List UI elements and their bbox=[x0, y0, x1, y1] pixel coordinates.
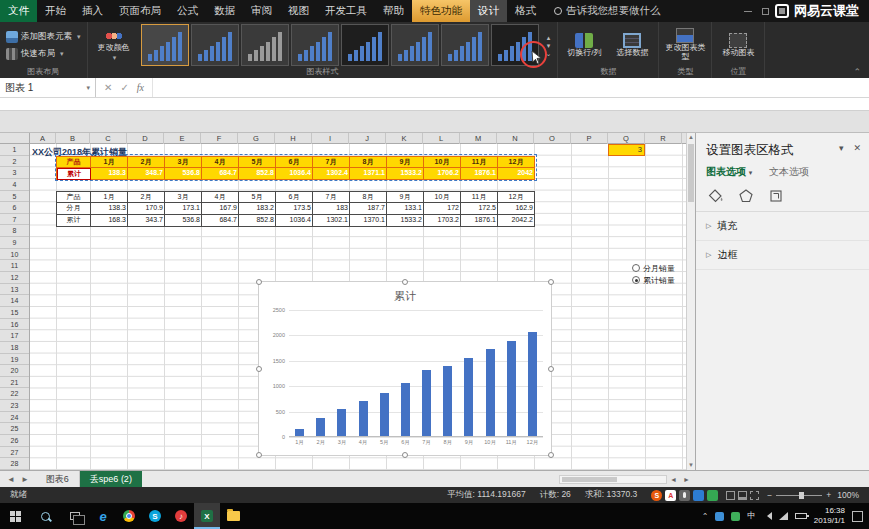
row-header-22[interactable]: 22 bbox=[0, 388, 29, 400]
row-header-15[interactable]: 15 bbox=[0, 307, 29, 319]
row-header-23[interactable]: 23 bbox=[0, 400, 29, 412]
table1-month-12[interactable]: 12月 bbox=[498, 157, 535, 169]
sheet-tab-1[interactable]: 图表6 bbox=[36, 471, 80, 487]
tab-review[interactable]: 审阅 bbox=[243, 0, 280, 22]
tab-help[interactable]: 帮助 bbox=[375, 0, 412, 22]
row-header-3[interactable]: 3 bbox=[0, 167, 29, 179]
table1-month-3[interactable]: 3月 bbox=[165, 157, 202, 169]
column-header-E[interactable]: E bbox=[164, 133, 201, 144]
worksheet[interactable]: ABCDEFGHIJKLMNOPQR 123456789101112131415… bbox=[0, 133, 695, 470]
tab-formulas[interactable]: 公式 bbox=[169, 0, 206, 22]
selection-handle[interactable] bbox=[402, 452, 408, 458]
table1-value-2[interactable]: 348.7 bbox=[128, 168, 165, 180]
enter-icon[interactable]: ✓ bbox=[120, 82, 128, 93]
microphone-icon[interactable] bbox=[679, 490, 690, 501]
tab-page-layout[interactable]: 页面布局 bbox=[111, 0, 169, 22]
screen-icon[interactable] bbox=[693, 490, 704, 501]
column-header-H[interactable]: H bbox=[275, 133, 312, 144]
tray-app-icon[interactable] bbox=[715, 512, 724, 521]
table2-month-8[interactable]: 8月 bbox=[350, 192, 387, 204]
add-chart-element-button[interactable]: 添加图表元素 ▾ bbox=[3, 30, 84, 44]
table2-month-11[interactable]: 11月 bbox=[461, 192, 498, 204]
row-header-18[interactable]: 18 bbox=[0, 342, 29, 354]
switch-row-column-button[interactable]: 切换行/列 bbox=[561, 31, 607, 60]
table2-r1-value-9[interactable]: 133.1 bbox=[387, 203, 424, 215]
change-colors-button[interactable]: 更改颜色 ▾ bbox=[91, 26, 137, 63]
table2-r2-value-3[interactable]: 536.8 bbox=[165, 215, 202, 227]
table2-r2-value-1[interactable]: 168.3 bbox=[91, 215, 128, 227]
tab-home[interactable]: 开始 bbox=[37, 0, 74, 22]
chevron-down-icon[interactable]: ▾ bbox=[839, 143, 844, 153]
letter-a-icon[interactable]: A bbox=[665, 490, 676, 501]
chart-bar-9[interactable] bbox=[464, 358, 473, 436]
column-header-I[interactable]: I bbox=[312, 133, 349, 144]
tab-text-options[interactable]: 文本选项 bbox=[769, 166, 809, 177]
column-header-G[interactable]: G bbox=[238, 133, 275, 144]
table2-r1-value-12[interactable]: 162.9 bbox=[498, 203, 535, 215]
column-header-F[interactable]: F bbox=[201, 133, 238, 144]
table1-month-2[interactable]: 2月 bbox=[128, 157, 165, 169]
chart-style-thumb-3[interactable] bbox=[241, 24, 289, 66]
table2-r1-value-2[interactable]: 170.9 bbox=[128, 203, 165, 215]
scroll-right-icon[interactable]: ► bbox=[680, 476, 693, 483]
chart-style-thumb-2[interactable] bbox=[191, 24, 239, 66]
change-chart-type-button[interactable]: 更改图表类型 bbox=[662, 26, 708, 64]
select-all-corner[interactable] bbox=[0, 133, 30, 144]
table2-month-3[interactable]: 3月 bbox=[165, 192, 202, 204]
gallery-up-icon[interactable]: ▴ bbox=[546, 34, 552, 41]
radio-icon[interactable] bbox=[632, 264, 640, 272]
chart-bar-6[interactable] bbox=[401, 383, 410, 436]
table1-month-1[interactable]: 1月 bbox=[91, 157, 128, 169]
input-language-indicator[interactable]: 中 bbox=[747, 510, 756, 522]
table1-month-4[interactable]: 4月 bbox=[202, 157, 239, 169]
table2-r2-value-6[interactable]: 1036.4 bbox=[276, 215, 313, 227]
table1-value-8[interactable]: 1371.1 bbox=[350, 168, 387, 180]
chart-bar-8[interactable] bbox=[443, 366, 452, 436]
selection-handle[interactable] bbox=[256, 279, 262, 285]
table1-month-7[interactable]: 7月 bbox=[313, 157, 350, 169]
taskbar-clock[interactable]: 16:38 2019/1/1 bbox=[814, 506, 845, 526]
column-header-J[interactable]: J bbox=[349, 133, 386, 144]
table1-value-3[interactable]: 536.8 bbox=[165, 168, 202, 180]
sheet-next-icon[interactable]: ► bbox=[21, 475, 29, 484]
selection-handle[interactable] bbox=[256, 452, 262, 458]
chart-object[interactable]: 累计 050010001500200025001月2月3月4月5月6月7月8月9… bbox=[258, 281, 552, 456]
table1-month-9[interactable]: 9月 bbox=[387, 157, 424, 169]
collapse-ribbon-icon[interactable]: ⌃ bbox=[853, 67, 861, 77]
normal-view-icon[interactable] bbox=[726, 491, 735, 500]
taskbar-app-excel[interactable]: X bbox=[194, 503, 220, 529]
row-header-19[interactable]: 19 bbox=[0, 354, 29, 366]
horizontal-scroll-track[interactable] bbox=[559, 475, 667, 484]
table2-r1-value-1[interactable]: 138.3 bbox=[91, 203, 128, 215]
table2-r1-value-4[interactable]: 167.9 bbox=[202, 203, 239, 215]
column-header-D[interactable]: D bbox=[127, 133, 164, 144]
selection-handle[interactable] bbox=[402, 279, 408, 285]
chart-style-thumb-6[interactable] bbox=[391, 24, 439, 66]
table2-r1-value-5[interactable]: 183.2 bbox=[239, 203, 276, 215]
task-view-button[interactable] bbox=[60, 503, 90, 529]
tell-me-box[interactable]: 告诉我您想要做什么 bbox=[554, 0, 661, 22]
select-data-button[interactable]: 选择数据 bbox=[609, 31, 655, 60]
table2-month-7[interactable]: 7月 bbox=[313, 192, 350, 204]
scroll-left-icon[interactable]: ◄ bbox=[667, 476, 680, 483]
selection-handle[interactable] bbox=[548, 366, 554, 372]
cell-q1[interactable]: 3 bbox=[608, 144, 645, 156]
table1-value-9[interactable]: 1533.2 bbox=[387, 168, 424, 180]
table2-month-1[interactable]: 1月 bbox=[91, 192, 128, 204]
insert-function-icon[interactable]: fx bbox=[137, 82, 144, 93]
table1-corner-cell[interactable]: 产品 bbox=[57, 157, 91, 169]
table1-rowlabel-cell[interactable]: 累计 bbox=[57, 168, 91, 180]
row-header-20[interactable]: 20 bbox=[0, 365, 29, 377]
row-header-7[interactable]: 7 bbox=[0, 214, 29, 226]
selection-handle[interactable] bbox=[548, 452, 554, 458]
table1-month-5[interactable]: 5月 bbox=[239, 157, 276, 169]
table1-month-10[interactable]: 10月 bbox=[424, 157, 461, 169]
table1-month-11[interactable]: 11月 bbox=[461, 157, 498, 169]
table2-r2-value-10[interactable]: 1703.2 bbox=[424, 215, 461, 227]
table2-r1-value-6[interactable]: 173.5 bbox=[276, 203, 313, 215]
row-header-13[interactable]: 13 bbox=[0, 284, 29, 296]
chart-style-thumb-5[interactable] bbox=[341, 24, 389, 66]
table1-value-6[interactable]: 1036.4 bbox=[276, 168, 313, 180]
chart-bar-3[interactable] bbox=[337, 409, 346, 436]
row-header-16[interactable]: 16 bbox=[0, 319, 29, 331]
